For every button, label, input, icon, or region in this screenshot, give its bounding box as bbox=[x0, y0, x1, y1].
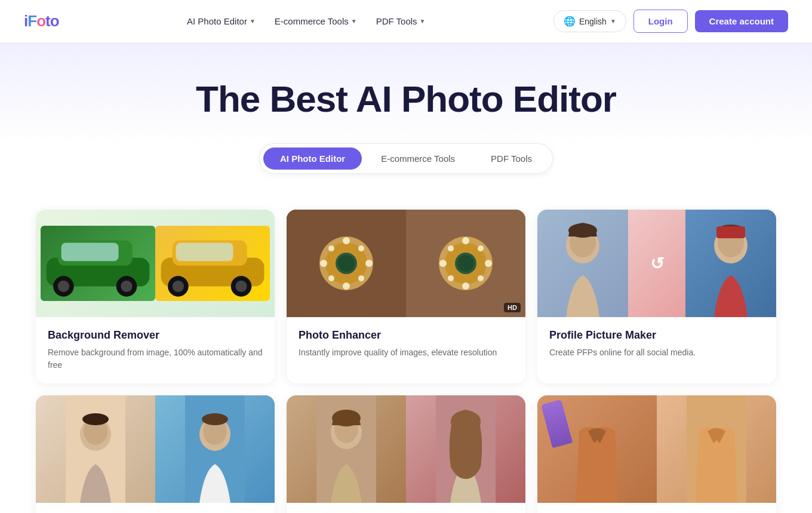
chevron-down-icon: ▼ bbox=[420, 18, 426, 24]
card-image-passport bbox=[36, 395, 275, 503]
svg-point-12 bbox=[235, 281, 247, 292]
cleanup-right bbox=[657, 395, 776, 503]
profile-left-panel bbox=[537, 210, 628, 317]
hd-badge: HD bbox=[504, 303, 521, 312]
card-image-profile-picture: ↺ bbox=[537, 210, 776, 317]
svg-point-21 bbox=[343, 282, 350, 290]
svg-point-20 bbox=[343, 237, 350, 244]
card-cleanup-pictures[interactable]: Cleanup Pictures Remove unwanted objects… bbox=[537, 395, 776, 513]
car-right-panel bbox=[155, 226, 270, 301]
passport-image bbox=[36, 395, 275, 503]
chevron-down-icon: ▼ bbox=[250, 18, 256, 24]
svg-point-23 bbox=[365, 260, 373, 267]
nav-link-label: E-commerce Tools bbox=[275, 16, 349, 26]
svg-point-39 bbox=[478, 275, 484, 281]
hero-title: The Best AI Photo Editor bbox=[24, 79, 788, 119]
svg-point-24 bbox=[328, 245, 334, 251]
logo[interactable]: iFoto bbox=[24, 12, 59, 30]
svg-point-34 bbox=[439, 260, 447, 267]
card-title: Photo Enhancer bbox=[299, 329, 513, 342]
globe-icon: 🌐 bbox=[564, 16, 576, 27]
passport-right bbox=[155, 395, 275, 503]
svg-point-25 bbox=[358, 245, 364, 251]
refresh-icon: ↺ bbox=[650, 254, 664, 274]
hairstyle-right bbox=[406, 395, 525, 503]
svg-point-33 bbox=[462, 282, 469, 290]
cleanup-image bbox=[537, 395, 776, 503]
nav-link-ecommerce-tools[interactable]: E-commerce Tools ▼ bbox=[266, 11, 365, 31]
card-title: Profile Picture Maker bbox=[549, 329, 764, 342]
cleanup-left bbox=[537, 395, 657, 503]
card-title: Background Remover bbox=[48, 329, 263, 342]
card-desc: Create PFPs online for all social media. bbox=[549, 346, 764, 359]
login-button[interactable]: Login bbox=[633, 10, 688, 33]
nav-actions: 🌐 English ▼ Login Create account bbox=[553, 10, 788, 33]
navbar: iFoto AI Photo Editor ▼ E-commerce Tools… bbox=[0, 0, 812, 43]
card-desc: Remove background from image, 100% autom… bbox=[48, 346, 263, 371]
create-account-button[interactable]: Create account bbox=[695, 10, 788, 32]
hero-section: The Best AI Photo Editor AI Photo Editor… bbox=[0, 43, 812, 210]
nav-link-label: AI Photo Editor bbox=[187, 16, 247, 26]
chevron-down-icon: ▼ bbox=[610, 18, 616, 24]
svg-point-38 bbox=[448, 275, 454, 281]
card-desc: Instantly improve quality of images, ele… bbox=[299, 346, 513, 359]
language-selector[interactable]: 🌐 English ▼ bbox=[553, 10, 626, 32]
category-tabs: AI Photo Editor E-commerce Tools PDF Too… bbox=[259, 143, 553, 174]
svg-point-19 bbox=[338, 255, 355, 272]
tabs-container: AI Photo Editor E-commerce Tools PDF Too… bbox=[24, 143, 788, 174]
language-label: English bbox=[579, 17, 607, 26]
card-image-cleanup bbox=[537, 395, 776, 503]
svg-point-31 bbox=[457, 255, 474, 272]
nav-link-pdf-tools[interactable]: PDF Tools ▼ bbox=[368, 11, 434, 31]
car-left-panel bbox=[41, 226, 155, 301]
tab-pdf-tools[interactable]: PDF Tools bbox=[474, 148, 549, 170]
card-body-photo-enhancer: Photo Enhancer Instantly improve quality… bbox=[287, 317, 525, 371]
passport-left bbox=[36, 395, 155, 503]
card-body-profile-picture-maker: Profile Picture Maker Create PFPs online… bbox=[537, 317, 776, 371]
card-passport-photo-maker[interactable]: Passport Photo Maker Make passport photo… bbox=[36, 395, 275, 513]
svg-point-27 bbox=[358, 275, 364, 281]
card-image-photo-enhancer: HD bbox=[287, 210, 525, 317]
svg-rect-13 bbox=[176, 243, 233, 262]
svg-point-10 bbox=[173, 281, 184, 292]
card-ai-hairstyle[interactable]: AI Hairstyle Try different hairstyles vi… bbox=[287, 395, 525, 513]
nav-link-label: PDF Tools bbox=[376, 16, 417, 26]
profile-center-panel: ↺ bbox=[628, 210, 685, 317]
nav-link-ai-photo-editor[interactable]: AI Photo Editor ▼ bbox=[179, 11, 264, 31]
card-photo-enhancer[interactable]: HD Photo Enhancer Instantly improve qual… bbox=[287, 210, 525, 383]
tab-ai-photo-editor[interactable]: AI Photo Editor bbox=[263, 148, 362, 170]
svg-point-54 bbox=[202, 413, 228, 425]
profile-right-panel bbox=[685, 210, 776, 317]
cards-grid: Background Remover Remove background fro… bbox=[36, 210, 776, 513]
chevron-down-icon: ▼ bbox=[351, 18, 357, 24]
svg-point-37 bbox=[478, 245, 484, 251]
card-body-cleanup-pictures: Cleanup Pictures Remove unwanted objects… bbox=[537, 503, 776, 513]
svg-rect-46 bbox=[716, 226, 745, 238]
nav-links: AI Photo Editor ▼ E-commerce Tools ▼ PDF… bbox=[179, 11, 433, 31]
card-background-remover[interactable]: Background Remover Remove background fro… bbox=[36, 210, 275, 383]
profile-image: ↺ bbox=[537, 210, 776, 317]
tab-ecommerce-tools[interactable]: E-commerce Tools bbox=[364, 148, 472, 170]
car-image bbox=[36, 210, 275, 317]
card-body-background-remover: Background Remover Remove background fro… bbox=[36, 317, 275, 383]
card-body-ai-hairstyle: AI Hairstyle Try different hairstyles vi… bbox=[287, 503, 525, 513]
hairstyle-image bbox=[287, 395, 525, 503]
svg-rect-6 bbox=[61, 243, 119, 262]
earrings-image: HD bbox=[287, 210, 525, 317]
card-image-background-remover bbox=[36, 210, 275, 317]
svg-point-36 bbox=[448, 245, 454, 251]
card-image-hairstyle bbox=[287, 395, 525, 503]
cards-section: Background Remover Remove background fro… bbox=[0, 210, 812, 513]
svg-point-32 bbox=[462, 237, 469, 244]
svg-point-26 bbox=[328, 275, 334, 281]
svg-point-22 bbox=[320, 260, 327, 267]
svg-point-3 bbox=[58, 281, 69, 292]
svg-point-50 bbox=[82, 413, 109, 425]
logo-text: iFoto bbox=[24, 12, 59, 30]
svg-point-5 bbox=[121, 281, 132, 292]
card-body-passport-photo: Passport Photo Maker Make passport photo… bbox=[36, 503, 275, 513]
hairstyle-left bbox=[287, 395, 406, 503]
svg-point-35 bbox=[485, 260, 492, 267]
card-profile-picture-maker[interactable]: ↺ Profile Picture Maker Cre bbox=[537, 210, 776, 383]
